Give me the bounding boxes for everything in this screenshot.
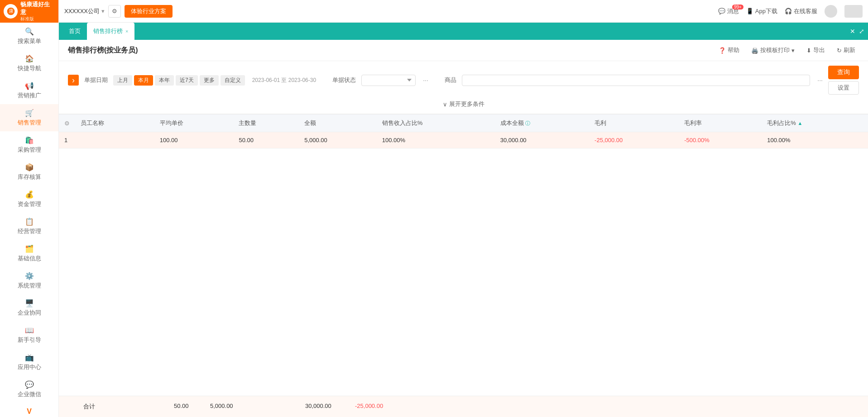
table-footer: 合计 50.00 5,000.00 30,000.00 -25,000.00 — [59, 396, 868, 417]
date-btn-more[interactable]: 更多 — [200, 75, 219, 86]
home-icon: 🏠 — [25, 54, 34, 63]
sidebar-item-app-center[interactable]: 📺 应用中心 — [0, 349, 58, 376]
company-selector[interactable]: XXXXXX公司 ▾ — [64, 7, 105, 15]
td-avg-price: 100.00 — [154, 132, 234, 149]
table-header-row: ⚙ 员工名称 平均单价 主数量 全额 销售收入占比% 成本全额 ⓘ 毛利 毛利率… — [59, 115, 868, 132]
date-btn-this-year[interactable]: 本年 — [155, 75, 174, 86]
sidebar-item-search[interactable]: 🔍 搜索菜单 — [0, 23, 58, 50]
system-icon: ⚙️ — [25, 272, 34, 280]
tab-expand-icon[interactable]: ⤢ — [859, 28, 864, 35]
logo-icon: 康 — [4, 4, 18, 19]
expand-row: ∨ 展开更多条件 — [59, 95, 868, 114]
topbar-gear-btn[interactable]: ⚙ — [108, 5, 121, 18]
message-btn[interactable]: 💬 消息 99+ — [718, 7, 739, 15]
settings-btn[interactable]: 设置 — [828, 81, 859, 95]
base-info-icon: 🗂️ — [25, 244, 34, 253]
inventory-icon: 📦 — [25, 163, 34, 172]
date-btn-last-month[interactable]: 上月 — [113, 75, 132, 86]
footer-total-label: 合计 — [78, 400, 132, 413]
search-icon: 🔍 — [25, 27, 34, 36]
table-wrap: ⚙ 员工名称 平均单价 主数量 全额 销售收入占比% 成本全额 ⓘ 毛利 毛利率… — [59, 115, 868, 396]
print-btn[interactable]: 🖨️ 按模板打印 ▾ — [748, 44, 798, 56]
industry-btn[interactable]: 体验行业方案 — [125, 5, 173, 18]
date-btn-custom[interactable]: 自定义 — [221, 75, 245, 86]
refresh-icon: ↻ — [837, 47, 842, 54]
goods-label: 商品 — [445, 76, 456, 84]
sidebar-item-base-info[interactable]: 🗂️ 基础信息 — [0, 240, 58, 267]
th-gross-rate: 毛利率 — [679, 115, 762, 132]
tab-active-label: 销售排行榜 — [93, 27, 123, 35]
query-btn[interactable]: 查询 — [828, 66, 859, 79]
filter-area: › 单据日期 上月 本月 本年 近7天 更多 自定义 2023-06-01 至 … — [59, 61, 868, 115]
action-buttons: 查询 设置 — [828, 66, 859, 95]
td-cost: 30,000.00 — [495, 132, 589, 149]
message-icon: 💬 — [718, 8, 725, 14]
tab-sales-ranking[interactable]: 销售排行榜 × — [87, 23, 134, 40]
online-service-label: 在线客服 — [794, 7, 817, 15]
user-avatar[interactable] — [825, 5, 837, 18]
print-dropdown-icon: ▾ — [791, 47, 795, 54]
tab-home[interactable]: 首页 — [62, 23, 87, 40]
sidebar-item-guide[interactable]: 📖 新手引导 — [0, 321, 58, 349]
tab-close-all-icon[interactable]: ✕ — [850, 28, 855, 35]
sidebar-item-wechat[interactable]: 💬 企业微信 — [0, 376, 58, 403]
sidebar-item-system[interactable]: ⚙️ 系统管理 — [0, 267, 58, 294]
filter-row: › 单据日期 上月 本月 本年 近7天 更多 自定义 2023-06-01 至 … — [59, 61, 868, 95]
logo-text: 畅康通好生意 标准版 — [20, 1, 55, 22]
goods-input[interactable] — [462, 75, 810, 86]
sidebar-item-management[interactable]: 📋 经营管理 — [0, 213, 58, 240]
data-table: ⚙ 员工名称 平均单价 主数量 全额 销售收入占比% 成本全额 ⓘ 毛利 毛利率… — [59, 115, 868, 149]
tab-home-label: 首页 — [69, 27, 81, 35]
footer-gross: -25,000.00 — [350, 400, 395, 413]
footer-label — [64, 400, 78, 413]
sidebar-item-finance[interactable]: 💰 资金管理 — [0, 186, 58, 213]
status-label: 单据状态 — [332, 76, 356, 84]
th-gross: 毛利 — [589, 115, 679, 132]
export-icon: ⬇ — [806, 47, 811, 54]
footer-amount: 5,000.00 — [205, 400, 250, 413]
page-header: 销售排行榜(按业务员) ❓ 帮助 🖨️ 按模板打印 ▾ ⬇ 导出 ↻ 刷新 — [59, 40, 868, 61]
status-more-dots[interactable]: ··· — [423, 77, 428, 84]
th-avg-price: 平均单价 — [154, 115, 234, 132]
filter-expand-left-icon[interactable]: › — [68, 75, 79, 86]
guide-icon: 📖 — [25, 326, 34, 335]
management-icon: 📋 — [25, 217, 34, 226]
app-download-btn[interactable]: 📱 App下载 — [746, 7, 777, 15]
content-area: 销售排行榜(按业务员) ❓ 帮助 🖨️ 按模板打印 ▾ ⬇ 导出 ↻ 刷新 — [59, 40, 868, 417]
sidebar-item-marketing[interactable]: 📢 营销推广 — [0, 77, 58, 104]
goods-more-dots[interactable]: ··· — [817, 77, 823, 84]
purchase-icon: 🛍️ — [25, 136, 34, 144]
date-label: 单据日期 — [84, 76, 108, 84]
td-gross-pct: 100.00% — [762, 132, 868, 149]
online-service-btn[interactable]: 🎧 在线客服 — [785, 7, 817, 15]
expand-more-btn[interactable]: ∨ 展开更多条件 — [443, 100, 484, 108]
sidebar-item-inventory[interactable]: 📦 库存核算 — [0, 158, 58, 186]
sidebar-item-quick-nav[interactable]: 🏠 快捷导航 — [0, 50, 58, 77]
export-btn[interactable]: ⬇ 导出 — [803, 44, 829, 56]
date-btn-this-month[interactable]: 本月 — [134, 75, 153, 86]
tabbar: 首页 销售排行榜 × ✕ ⤢ — [59, 23, 868, 40]
marketing-icon: 📢 — [25, 81, 34, 90]
help-btn[interactable]: ❓ 帮助 — [715, 44, 743, 56]
footer-sales-pct — [250, 400, 300, 413]
th-amount: 全额 — [299, 115, 377, 132]
date-btn-7days[interactable]: 近7天 — [176, 75, 198, 86]
sales-icon: 🛒 — [25, 109, 34, 117]
headset-icon: 🎧 — [785, 8, 792, 14]
tab-close-icon[interactable]: × — [125, 29, 128, 34]
footer-avg-price — [132, 400, 168, 413]
company-name: XXXXXX公司 — [64, 7, 100, 15]
sidebar-item-sales[interactable]: 🛒 销售管理 — [0, 104, 58, 131]
finance-icon: 💰 — [25, 190, 34, 199]
sidebar-item-purchase[interactable]: 🛍️ 采购管理 — [0, 131, 58, 158]
td-gross-rate: -500.00% — [679, 132, 762, 149]
message-badge: 99+ — [732, 5, 743, 10]
td-sales-pct: 100.00% — [377, 132, 495, 149]
status-select[interactable] — [361, 75, 416, 86]
refresh-btn[interactable]: ↻ 刷新 — [833, 44, 859, 56]
sidebar-item-collab[interactable]: 🖥️ 企业协同 — [0, 294, 58, 321]
footer-main-qty: 50.00 — [168, 400, 205, 413]
topbar-right: 💬 消息 99+ 📱 App下载 🎧 在线客服 — [718, 5, 863, 18]
date-buttons: 上月 本月 本年 近7天 更多 自定义 — [113, 75, 245, 86]
sidebar-item-member[interactable]: V 畅会员 — [0, 403, 58, 417]
